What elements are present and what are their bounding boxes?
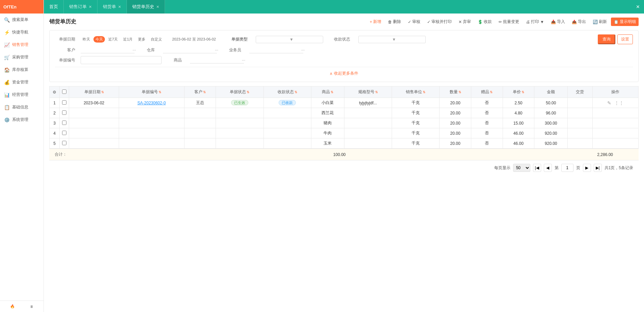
batch-change-icon: ✏: [499, 20, 502, 24]
tab-sales-goods[interactable]: 销货单 ✕: [97, 0, 127, 14]
col-qty[interactable]: 数量⇅: [440, 86, 471, 98]
col-gift[interactable]: 赠品⇅: [471, 86, 503, 98]
tab-sales-history[interactable]: 销货单历史 ✕: [127, 0, 165, 14]
print-button[interactable]: 🖨 打印 ▼: [523, 18, 547, 26]
show-detail-button[interactable]: 📋 显示明细: [611, 18, 639, 26]
collect-button[interactable]: 💲 收款: [475, 18, 495, 26]
per-page-select[interactable]: 50 20 100: [513, 164, 530, 172]
tab-close-sales-history[interactable]: ✕: [156, 5, 159, 9]
goods-input-container: ···: [190, 57, 244, 63]
customer-input[interactable]: [82, 48, 133, 52]
export-button[interactable]: 📤 导出: [569, 18, 589, 26]
sidebar-item-quick-nav[interactable]: ⚡ 快捷导航: [0, 26, 44, 38]
collapse-button[interactable]: ∧ 收起更多条件: [55, 69, 633, 78]
goods-input[interactable]: [191, 58, 242, 62]
delete-button[interactable]: 🗑 删除: [385, 18, 404, 26]
abandon-button[interactable]: ✕ 弃审: [456, 18, 474, 26]
sidebar-item-inventory[interactable]: 🏠 库存核算: [0, 63, 44, 76]
tab-home[interactable]: 首页: [44, 0, 64, 14]
fire-icon[interactable]: 🔥: [10, 304, 15, 309]
sidebar-item-sales-mgmt[interactable]: 📈 销售管理: [0, 38, 44, 51]
sidebar-bottom-actions[interactable]: 🔥 ⏸: [0, 301, 44, 312]
row1-checkbox[interactable]: [60, 98, 69, 108]
row3-doc-status: [216, 118, 263, 128]
page-title: 销货单历史: [49, 18, 76, 25]
col-customer[interactable]: 客户⇅: [184, 86, 216, 98]
close-all-tabs[interactable]: ✕: [636, 4, 640, 9]
row1-doc-number[interactable]: SA-20230602-0: [119, 98, 184, 108]
col-transaction: 交货: [568, 86, 593, 98]
business-ellipsis[interactable]: ···: [301, 48, 305, 52]
settings-button[interactable]: 设置: [617, 34, 633, 44]
date-tag-yesterday[interactable]: 昨天: [81, 36, 92, 43]
import-button[interactable]: 📥 导入: [548, 18, 568, 26]
col-unit-price[interactable]: 单价⇅: [503, 86, 534, 98]
col-doc-date[interactable]: 单据日期⇅: [69, 86, 119, 98]
next-page-btn[interactable]: ▶: [583, 164, 591, 172]
row2-customer: [184, 108, 216, 118]
batch-change-button[interactable]: ✏ 批量变更: [496, 18, 522, 26]
last-page-btn[interactable]: ▶|: [594, 164, 602, 172]
customer-ellipsis[interactable]: ···: [133, 48, 136, 52]
business-input[interactable]: [251, 48, 301, 52]
col-doc-status[interactable]: 单据状态⇅: [216, 86, 263, 98]
audit-print-icon: ✓: [427, 20, 430, 24]
current-page-input[interactable]: [561, 164, 573, 172]
warehouse-input[interactable]: [164, 48, 215, 52]
query-button[interactable]: 查询: [598, 34, 615, 44]
date-tag-more[interactable]: 更多: [136, 36, 147, 43]
new-button[interactable]: + 新增: [367, 18, 384, 26]
pause-icon[interactable]: ⏸: [30, 305, 33, 309]
row3-gift: 否: [471, 118, 503, 128]
date-tag-1month[interactable]: 近1月: [121, 36, 135, 43]
date-tag-custom[interactable]: 自定义: [149, 36, 164, 43]
col-doc-number[interactable]: 单据编号⇅: [119, 86, 184, 98]
sidebar-item-basic-info[interactable]: 📋 基础信息: [0, 101, 44, 113]
inventory-icon: 🏠: [4, 67, 9, 73]
sidebar-item-finance[interactable]: 💰 资金管理: [0, 76, 44, 88]
warehouse-ellipsis[interactable]: ···: [215, 48, 218, 52]
sidebar-item-purchase-mgmt[interactable]: 🛒 采购管理: [0, 51, 44, 63]
prev-page-btn[interactable]: ◀: [544, 164, 552, 172]
audit-print-button[interactable]: ✓ 审核并打印: [424, 18, 454, 26]
row4-checkbox[interactable]: [60, 128, 69, 138]
audit-button[interactable]: ✓ 审核: [405, 18, 423, 26]
purchase-mgmt-icon: 🛒: [4, 55, 9, 60]
row2-checkbox[interactable]: [60, 108, 69, 118]
doc-number-input[interactable]: [81, 56, 162, 64]
date-tag-7days[interactable]: 近7天: [106, 36, 120, 43]
quick-nav-icon: ⚡: [4, 30, 9, 35]
row3-checkbox[interactable]: [60, 118, 69, 128]
goods-label: 商品: [174, 57, 182, 63]
sidebar-item-system[interactable]: ⚙️ 系统管理: [0, 113, 44, 126]
row4-unit: 千克: [392, 128, 439, 138]
sidebar-item-search-menu[interactable]: 🔍 搜索菜单: [0, 14, 44, 26]
refresh-button[interactable]: 🔄 刷新: [590, 18, 610, 26]
col-spec[interactable]: 规格型号⇅: [344, 86, 392, 98]
select-all-checkbox[interactable]: [62, 89, 66, 94]
row5-checkbox[interactable]: [60, 138, 69, 149]
tab-close-sales-goods[interactable]: ✕: [118, 5, 121, 9]
sort-doc-number: ⇅: [159, 90, 161, 94]
row5-payment-status: [263, 138, 311, 149]
first-page-btn[interactable]: |◀: [533, 164, 541, 172]
row1-edit-btn[interactable]: ✎: [606, 100, 612, 106]
row5-action: [592, 138, 638, 149]
tab-close-sales-order[interactable]: ✕: [89, 5, 92, 9]
table-row: 2 西兰花 千克 20.00 否 4.80 96.00: [50, 108, 639, 118]
col-unit[interactable]: 销售单位⇅: [392, 86, 439, 98]
row1-more-btn[interactable]: ⋮⋮: [613, 100, 625, 106]
col-gear[interactable]: ⚙: [50, 86, 60, 98]
doc-type-select[interactable]: ▼: [256, 36, 323, 43]
goods-ellipsis[interactable]: ···: [242, 58, 245, 62]
tab-bar-right: ✕: [636, 0, 644, 14]
sidebar-item-operations[interactable]: 📊 经营管理: [0, 88, 44, 101]
tab-sales-order[interactable]: 销售订单 ✕: [64, 0, 97, 14]
payment-status-select[interactable]: ▼: [358, 36, 426, 43]
date-tag-today[interactable]: 今天: [93, 36, 105, 43]
table-row: 4 牛肉 千克 20.00 否 46.00 920.00: [50, 128, 639, 138]
main-content: 首页 销售订单 ✕ 销货单 ✕ 销货单历史 ✕ ✕ 销货单历史 + 新增: [44, 0, 644, 312]
col-goods[interactable]: 商品⇅: [311, 86, 344, 98]
doc-type-label: 单据类型: [231, 36, 248, 42]
col-payment-status[interactable]: 收款状态⇅: [263, 86, 311, 98]
